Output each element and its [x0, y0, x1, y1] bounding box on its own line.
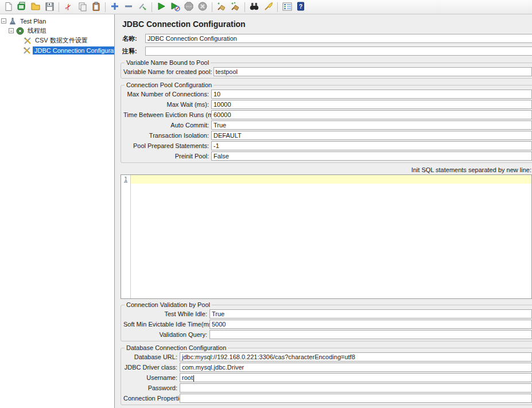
section-title: Variable Name Bound to Pool — [125, 59, 211, 66]
copy-button[interactable] — [76, 1, 88, 13]
transaction-isolation-row: Transaction Isolation: DEFAULT — [123, 131, 532, 140]
max-connections-row: Max Number of Connections: 10 — [123, 90, 532, 99]
minus-icon — [124, 2, 133, 12]
test-plan-tree: − Test Plan − 线程组 CSV 数据文件设置 JDBC Connec… — [0, 14, 115, 408]
open-folder-icon — [30, 1, 41, 13]
binoculars-icon — [249, 1, 259, 13]
shutdown-button[interactable] — [196, 1, 209, 13]
tree-item-test-plan[interactable]: − Test Plan — [0, 16, 114, 26]
comments-row: 注释: — [122, 46, 532, 56]
username-label: Username: — [123, 374, 180, 381]
name-input[interactable]: JDBC Connection Configuration — [145, 34, 532, 43]
database-url-input[interactable]: jdbc:mysql://192.168.0.221:3306/cas?char… — [180, 352, 532, 362]
variable-pool-section: Variable Name Bound to Pool Variable Nam… — [121, 59, 532, 79]
init-sql-text-area[interactable] — [131, 175, 531, 298]
section-title: Connection Validation by Pool — [125, 301, 212, 308]
config-wrench-icon — [23, 37, 32, 45]
start-no-pauses-button[interactable] — [169, 1, 181, 13]
transaction-isolation-input[interactable]: DEFAULT — [211, 131, 532, 140]
stop-button[interactable]: STOP — [182, 1, 195, 13]
validation-query-row: Validation Query: — [123, 330, 532, 339]
preinit-pool-input[interactable]: False — [211, 151, 532, 161]
eviction-runs-label: Time Between Eviction Runs (ms): — [123, 111, 211, 118]
line-number: 1 — [124, 176, 127, 182]
collapse-handle[interactable]: − — [1, 18, 6, 24]
toggle-button[interactable] — [136, 1, 149, 13]
name-row: 名称: JDBC Connection Configuration — [122, 34, 532, 43]
soft-min-evictable-input[interactable]: 5000 — [209, 320, 532, 329]
pool-name-label: Variable Name for created pool: — [123, 68, 213, 75]
max-wait-input[interactable]: 10000 — [211, 100, 532, 109]
broom-all-icon — [230, 1, 240, 13]
start-button[interactable] — [155, 1, 168, 13]
current-line-highlight — [131, 175, 531, 184]
function-helper-icon — [282, 2, 292, 13]
tree-item-jdbc-connection-configuration[interactable]: JDBC Connection Configuration — [0, 45, 114, 55]
validation-query-input[interactable] — [209, 330, 532, 339]
preinit-pool-label: Preinit Pool: — [123, 153, 211, 160]
reset-search-button[interactable] — [262, 1, 274, 13]
toolbar-separator — [277, 2, 278, 12]
username-input[interactable]: root — [180, 373, 532, 382]
toolbar-separator — [212, 2, 212, 12]
templates-button[interactable] — [15, 1, 28, 13]
line-number-gutter: 1 — [121, 175, 131, 298]
password-row: Password: — [123, 383, 532, 393]
tree-item-csv-dataset[interactable]: CSV 数据文件设置 — [0, 36, 114, 45]
max-connections-input[interactable]: 10 — [211, 90, 532, 99]
paste-button[interactable] — [90, 1, 102, 13]
max-connections-label: Max Number of Connections: — [123, 91, 211, 98]
search-button[interactable] — [248, 1, 261, 13]
toggle-icon — [138, 2, 147, 12]
templates-icon — [17, 1, 27, 13]
init-sql-label: Init SQL statements separated by new lin… — [121, 166, 532, 173]
open-file-button[interactable] — [29, 1, 42, 13]
paste-icon — [91, 2, 101, 13]
page-title: JDBC Connection Configuration — [122, 20, 532, 29]
save-button[interactable] — [43, 1, 56, 13]
play-no-pauses-icon — [170, 2, 180, 13]
jdbc-driver-class-input[interactable]: com.mysql.jdbc.Driver — [180, 363, 532, 372]
cut-button[interactable]: ✂ — [62, 1, 75, 13]
eviction-runs-input[interactable]: 60000 — [211, 110, 532, 119]
connection-properties-label: Connection Properties: — [123, 395, 180, 402]
new-file-button[interactable] — [2, 1, 14, 13]
auto-commit-label: Auto Commit: — [123, 122, 211, 129]
clear-button[interactable] — [215, 1, 228, 13]
copy-icon — [77, 2, 87, 13]
toolbar-separator — [59, 2, 59, 12]
pool-name-row: Variable Name for created pool: testpool — [123, 67, 532, 76]
pool-prepared-statements-label: Pool Prepared Statements: — [123, 142, 211, 149]
pool-prepared-statements-row: Pool Prepared Statements: -1 — [123, 141, 532, 150]
soft-min-evictable-label: Soft Min Evictable Idle Time(ms): — [123, 321, 209, 328]
cut-scissors-icon: ✂ — [63, 2, 74, 12]
database-url-label: Database URL: — [123, 353, 180, 360]
max-wait-row: Max Wait (ms): 10000 — [123, 100, 532, 109]
preinit-pool-row: Preinit Pool: False — [123, 151, 532, 161]
test-while-idle-input[interactable]: True — [209, 309, 532, 318]
tree-item-label: Test Plan — [18, 17, 48, 25]
auto-commit-row: Auto Commit: True — [123, 121, 532, 130]
comments-input[interactable] — [145, 46, 532, 56]
init-sql-editor[interactable]: 1 — [121, 174, 532, 299]
collapse-all-button[interactable] — [122, 1, 135, 13]
function-helper-button[interactable] — [281, 1, 293, 13]
pool-prepared-statements-input[interactable]: -1 — [211, 141, 532, 150]
connection-properties-input[interactable] — [180, 394, 532, 403]
database-url-row: Database URL: jdbc:mysql://192.168.0.221… — [123, 352, 532, 362]
password-input[interactable] — [180, 383, 532, 393]
connection-validation-section: Connection Validation by Pool Test While… — [121, 301, 532, 341]
tree-item-label: CSV 数据文件设置 — [33, 36, 90, 45]
tree-item-label: 线程组 — [26, 26, 48, 36]
help-button[interactable]: ? — [294, 1, 307, 13]
tree-item-thread-group[interactable]: − 线程组 — [0, 26, 114, 36]
play-icon — [157, 2, 166, 12]
collapse-handle[interactable]: − — [9, 28, 14, 33]
toolbar-separator — [244, 2, 245, 12]
thread-group-icon — [15, 27, 24, 35]
expand-all-button[interactable] — [108, 1, 121, 13]
clear-all-button[interactable] — [229, 1, 242, 13]
toolbar: ✂ STOP ? — [0, 0, 532, 14]
pool-name-input[interactable]: testpool — [213, 67, 532, 76]
auto-commit-input[interactable]: True — [211, 121, 532, 130]
